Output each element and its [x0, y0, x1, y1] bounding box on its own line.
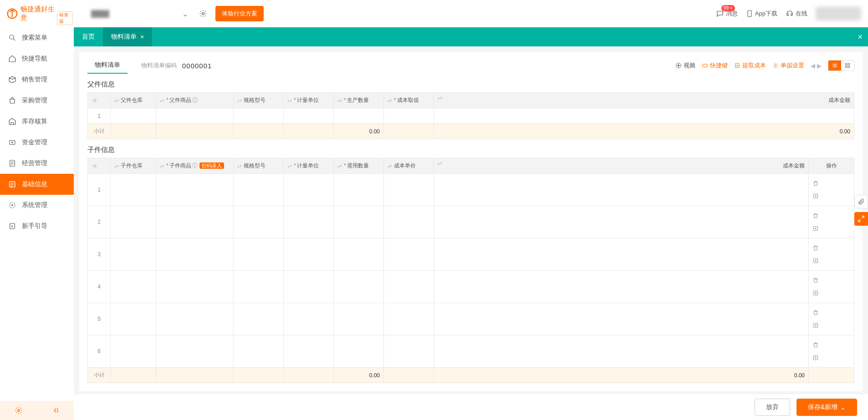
svg-rect-36 — [848, 66, 850, 68]
svg-line-62 — [858, 219, 861, 222]
online-support-button[interactable]: 在线 — [786, 10, 807, 18]
child-table-row[interactable]: 6 — [88, 335, 854, 368]
delete-row-icon[interactable] — [812, 342, 850, 348]
system-icon — [8, 201, 16, 209]
parent-col-spec[interactable]: ▴▾规格型号 — [234, 93, 284, 108]
messages-button[interactable]: 消息 99 + — [716, 10, 738, 18]
app-download-button[interactable]: App下载 — [746, 10, 777, 18]
parent-col-product[interactable]: ▴▾*父件商品ⓘ — [156, 93, 234, 108]
parent-col-costmethod[interactable]: ▴▾*成本取值 — [384, 93, 434, 108]
info-icon: ⓘ — [192, 162, 198, 169]
company-selector[interactable]: ████ ⌄ — [91, 10, 188, 18]
svg-point-17 — [12, 205, 13, 206]
child-table-row[interactable]: 5 — [88, 303, 854, 335]
child-col-product[interactable]: ▴▾*子件商品ⓘ扫码录入 — [156, 158, 234, 174]
sidebar-item-basic-info[interactable]: 基础信息 — [0, 174, 74, 195]
extract-icon — [734, 62, 740, 69]
prev-doc-icon[interactable]: ◀ — [811, 62, 815, 69]
floating-buttons — [854, 195, 868, 226]
sidebar-collapse-icon[interactable] — [51, 406, 60, 415]
save-and-new-button[interactable]: 保存&新增 ⌄ — [797, 399, 857, 416]
child-col-unitcost[interactable]: ▴▾成本单价 — [384, 158, 434, 174]
user-avatar-blurred[interactable] — [816, 7, 861, 20]
keyboard-icon — [702, 62, 708, 69]
svg-point-16 — [10, 202, 15, 208]
child-col-warehouse[interactable]: ▴▾子件仓库 — [111, 158, 156, 174]
parent-col-unit[interactable]: ▴▾*计量单位 — [284, 93, 334, 108]
child-table: ▴▾子件仓库 ▴▾*子件商品ⓘ扫码录入 ▴▾规格型号 ▴▾*计量单位 ▴▾*需用… — [87, 158, 854, 383]
delete-row-icon[interactable] — [812, 277, 850, 283]
delete-row-icon[interactable] — [812, 213, 850, 219]
delete-row-icon[interactable] — [812, 309, 850, 316]
tabbar-close-all-icon[interactable]: × — [856, 30, 864, 44]
discard-button[interactable]: 放弃 — [755, 399, 790, 416]
child-subtotal-row: 小计 0.00 0.00 — [88, 368, 854, 383]
next-doc-icon[interactable]: ▶ — [817, 62, 822, 69]
svg-marker-22 — [678, 65, 680, 67]
view-list-button[interactable] — [828, 61, 841, 71]
tab-home[interactable]: 首页 — [74, 27, 103, 46]
sidebar-item-quicknav[interactable]: 快捷导航 — [0, 48, 74, 69]
chevron-down-icon: ⌄ — [840, 404, 846, 411]
action-video[interactable]: 视频 — [675, 61, 695, 70]
settings-gear-icon[interactable] — [199, 10, 207, 18]
child-col-amount[interactable]: ▴▾成本金额 — [434, 158, 809, 174]
attachment-button[interactable] — [854, 195, 868, 208]
doc-nav-arrows: ◀ ▶ — [811, 62, 822, 69]
basic-info-icon — [8, 180, 16, 188]
sidebar-item-search[interactable]: 搜索菜单 — [0, 27, 74, 48]
add-row-icon[interactable] — [812, 225, 850, 232]
sidebar-item-sales[interactable]: 销售管理 — [0, 69, 74, 90]
sidebar-item-operation[interactable]: 经营管理 — [0, 153, 74, 174]
child-col-spec[interactable]: ▴▾规格型号 — [234, 158, 284, 174]
view-grid-button[interactable] — [841, 61, 854, 71]
sidebar-item-inventory[interactable]: 库存核算 — [0, 111, 74, 132]
tab-bom[interactable]: 物料清单 × — [103, 27, 152, 46]
parent-col-warehouse[interactable]: ▴▾父件仓库 — [111, 93, 156, 108]
parent-col-gear[interactable] — [88, 93, 111, 108]
bag-icon — [8, 96, 16, 105]
delete-row-icon[interactable] — [812, 245, 850, 251]
child-table-row[interactable]: 3 — [88, 238, 854, 271]
chevron-down-icon: ⌄ — [182, 10, 188, 18]
sidebar-item-system[interactable]: 系统管理 — [0, 195, 74, 216]
add-row-icon[interactable] — [812, 290, 850, 296]
child-col-unit[interactable]: ▴▾*计量单位 — [284, 158, 334, 174]
child-col-gear[interactable] — [88, 158, 111, 174]
gear-icon — [92, 97, 98, 104]
sidebar-item-purchase[interactable]: 采购管理 — [0, 90, 74, 111]
add-row-icon[interactable] — [812, 354, 850, 361]
gear-icon — [92, 163, 98, 169]
doc-tab-bom[interactable]: 物料清单 — [87, 57, 128, 74]
svg-line-5 — [13, 39, 15, 40]
svg-line-61 — [862, 216, 864, 218]
parent-col-amount[interactable]: ▴▾成本金额 — [434, 93, 854, 108]
top-header: 畅捷通好生意 标准版 ████ ⌄ 体验行业方案 消息 99 + App下载 在… — [0, 0, 868, 27]
add-row-icon[interactable] — [812, 322, 850, 329]
scan-entry-tag[interactable]: 扫码录入 — [199, 162, 224, 169]
tab-close-icon[interactable]: × — [140, 33, 144, 40]
parent-table-row[interactable]: 1 — [88, 108, 854, 124]
add-row-icon[interactable] — [812, 258, 850, 264]
money-icon — [8, 138, 16, 147]
child-table-row[interactable]: 4 — [88, 271, 854, 303]
parent-col-qty[interactable]: ▴▾*生产数量 — [334, 93, 384, 108]
action-doc-settings[interactable]: 单据设置 — [772, 61, 804, 70]
child-table-row[interactable]: 2 — [88, 206, 854, 238]
child-table-row[interactable]: 1 — [88, 174, 854, 206]
action-shortcut[interactable]: 快捷键 — [702, 61, 728, 70]
delete-row-icon[interactable] — [812, 180, 850, 187]
clipboard-icon — [8, 159, 16, 167]
sidebar-item-finance[interactable]: 资金管理 — [0, 132, 74, 153]
add-row-icon[interactable] — [812, 193, 850, 199]
fullscreen-button[interactable] — [854, 212, 868, 226]
experience-solution-button[interactable]: 体验行业方案 — [215, 6, 264, 21]
sidebar-settings-icon[interactable] — [15, 406, 23, 415]
messages-badge: 99 + — [721, 5, 735, 11]
sidebar-item-guide[interactable]: 新手引导 — [0, 216, 74, 237]
action-extract-cost[interactable]: 提取成本 — [734, 61, 766, 70]
svg-point-19 — [17, 410, 20, 412]
info-icon: ⓘ — [192, 97, 198, 103]
child-col-qty[interactable]: ▴▾*需用数量 — [334, 158, 384, 174]
svg-rect-2 — [748, 10, 751, 16]
